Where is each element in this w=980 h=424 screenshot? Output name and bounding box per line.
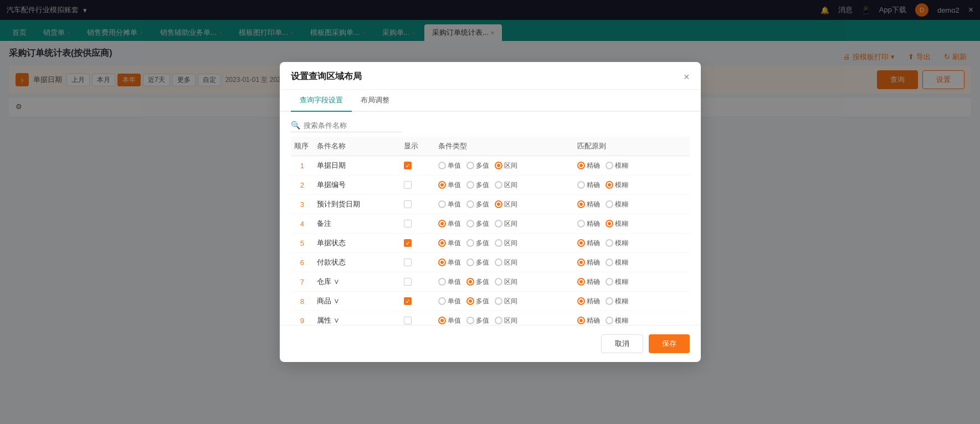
row-5-checkbox[interactable] <box>404 258 412 266</box>
cancel-button[interactable]: 取消 <box>601 334 643 353</box>
row-7-type-single[interactable]: 单值 <box>438 297 461 306</box>
row-4-order: 5 <box>291 234 314 253</box>
th-show: 显示 <box>401 137 435 156</box>
table-row: 9属性 ∨单值多值区间精确模糊 <box>291 311 690 325</box>
row-3-order: 4 <box>291 214 314 234</box>
row-2-checkbox[interactable] <box>404 200 412 208</box>
row-4-show-checkbox[interactable]: ✓ <box>401 234 435 253</box>
row-7-type-multi[interactable]: 多值 <box>466 297 489 306</box>
row-5-show-checkbox[interactable] <box>401 253 435 272</box>
modal-overlay: 设置查询区域布局 × 查询字段设置 布局调整 🔍 顺序 <box>0 0 980 424</box>
row-3-type-single[interactable]: 单值 <box>438 219 461 229</box>
row-5-type: 单值多值区间 <box>435 253 573 272</box>
row-4-type-multi[interactable]: 多值 <box>466 239 489 248</box>
row-6-name: 仓库 ∨ <box>314 272 401 292</box>
row-3-match-fuzzy[interactable]: 模糊 <box>606 219 628 229</box>
row-8-match: 精确模糊 <box>574 311 690 325</box>
modal-close-button[interactable]: × <box>684 72 690 82</box>
row-4-match-fuzzy[interactable]: 模糊 <box>606 239 628 248</box>
save-button[interactable]: 保存 <box>649 334 690 353</box>
th-type: 条件类型 <box>435 137 573 156</box>
row-1-match-fuzzy[interactable]: 模糊 <box>606 180 628 190</box>
row-1-type-range[interactable]: 区间 <box>495 180 517 190</box>
row-6-match-exact[interactable]: 精确 <box>577 277 600 287</box>
row-0-type-range[interactable]: 区间 <box>495 161 517 170</box>
row-5-type-range[interactable]: 区间 <box>495 258 517 267</box>
modal-footer: 取消 保存 <box>280 325 701 362</box>
row-3-type-multi[interactable]: 多值 <box>466 219 489 229</box>
row-0-type-single[interactable]: 单值 <box>438 161 461 170</box>
condition-search-input[interactable] <box>304 121 402 130</box>
row-2-match-fuzzy[interactable]: 模糊 <box>606 200 628 209</box>
search-icon: 🔍 <box>291 121 300 130</box>
row-5-order: 6 <box>291 253 314 272</box>
row-0-match: 精确模糊 <box>574 156 690 175</box>
row-3-match-exact[interactable]: 精确 <box>577 219 600 229</box>
row-8-checkbox[interactable] <box>404 317 412 324</box>
row-3-type-range[interactable]: 区间 <box>495 219 517 229</box>
row-0-type-multi[interactable]: 多值 <box>466 161 489 170</box>
row-3-match: 精确模糊 <box>574 214 690 234</box>
row-8-order: 9 <box>291 311 314 325</box>
th-match: 匹配原则 <box>574 137 690 156</box>
row-8-match-fuzzy[interactable]: 模糊 <box>606 316 628 325</box>
row-8-type: 单值多值区间 <box>435 311 573 325</box>
tab-query-fields[interactable]: 查询字段设置 <box>291 90 352 112</box>
row-5-type-multi[interactable]: 多值 <box>466 258 489 267</box>
row-8-show-checkbox[interactable] <box>401 311 435 325</box>
row-5-name: 付款状态 <box>314 253 401 272</box>
row-8-match-exact[interactable]: 精确 <box>577 316 600 325</box>
modal-tabs: 查询字段设置 布局调整 <box>280 90 701 112</box>
row-1-type-multi[interactable]: 多值 <box>466 180 489 190</box>
row-7-checkbox[interactable]: ✓ <box>404 297 412 305</box>
row-5-match-fuzzy[interactable]: 模糊 <box>606 258 628 267</box>
row-2-match-exact[interactable]: 精确 <box>577 200 600 209</box>
row-2-name: 预计到货日期 <box>314 195 401 214</box>
row-2-show-checkbox[interactable] <box>401 195 435 214</box>
row-8-type-multi[interactable]: 多值 <box>466 316 489 325</box>
row-0-show-checkbox[interactable]: ✓ <box>401 156 435 175</box>
row-1-order: 2 <box>291 175 314 195</box>
row-2-type-range[interactable]: 区间 <box>495 200 517 209</box>
table-row: 1单据日期✓单值多值区间精确模糊 <box>291 156 690 175</box>
row-6-type-multi[interactable]: 多值 <box>466 277 489 287</box>
row-6-match-fuzzy[interactable]: 模糊 <box>606 277 628 287</box>
row-3-show-checkbox[interactable] <box>401 214 435 234</box>
row-2-type-single[interactable]: 单值 <box>438 200 461 209</box>
search-box: 🔍 <box>291 118 402 132</box>
row-1-checkbox[interactable] <box>404 181 412 189</box>
row-6-type-single[interactable]: 单值 <box>438 277 461 287</box>
row-8-name: 属性 ∨ <box>314 311 401 325</box>
modal-title: 设置查询区域布局 <box>291 71 362 82</box>
row-1-match-exact[interactable]: 精确 <box>577 180 600 190</box>
row-7-show-checkbox[interactable]: ✓ <box>401 292 435 311</box>
tab-layout-adjust[interactable]: 布局调整 <box>352 90 398 112</box>
row-4-type-single[interactable]: 单值 <box>438 239 461 248</box>
row-0-checkbox[interactable]: ✓ <box>404 162 412 169</box>
row-3-type: 单值多值区间 <box>435 214 573 234</box>
row-8-type-range[interactable]: 区间 <box>495 316 517 325</box>
row-5-type-single[interactable]: 单值 <box>438 258 461 267</box>
row-2-type: 单值多值区间 <box>435 195 573 214</box>
row-3-checkbox[interactable] <box>404 220 412 227</box>
row-7-match-fuzzy[interactable]: 模糊 <box>606 297 628 306</box>
row-8-type-single[interactable]: 单值 <box>438 316 461 325</box>
row-1-match: 精确模糊 <box>574 175 690 195</box>
row-7-match-exact[interactable]: 精确 <box>577 297 600 306</box>
row-0-match-exact[interactable]: 精确 <box>577 161 600 170</box>
modal: 设置查询区域布局 × 查询字段设置 布局调整 🔍 顺序 <box>280 62 701 362</box>
row-6-type: 单值多值区间 <box>435 272 573 292</box>
row-1-name: 单据编号 <box>314 175 401 195</box>
row-2-type-multi[interactable]: 多值 <box>466 200 489 209</box>
row-4-match-exact[interactable]: 精确 <box>577 239 600 248</box>
row-6-checkbox[interactable] <box>404 278 412 286</box>
row-7-type-range[interactable]: 区间 <box>495 297 517 306</box>
row-6-show-checkbox[interactable] <box>401 272 435 292</box>
row-4-type-range[interactable]: 区间 <box>495 239 517 248</box>
row-6-type-range[interactable]: 区间 <box>495 277 517 287</box>
row-1-show-checkbox[interactable] <box>401 175 435 195</box>
row-4-checkbox[interactable]: ✓ <box>404 239 412 247</box>
row-0-match-fuzzy[interactable]: 模糊 <box>606 161 628 170</box>
row-1-type-single[interactable]: 单值 <box>438 180 461 190</box>
row-5-match-exact[interactable]: 精确 <box>577 258 600 267</box>
